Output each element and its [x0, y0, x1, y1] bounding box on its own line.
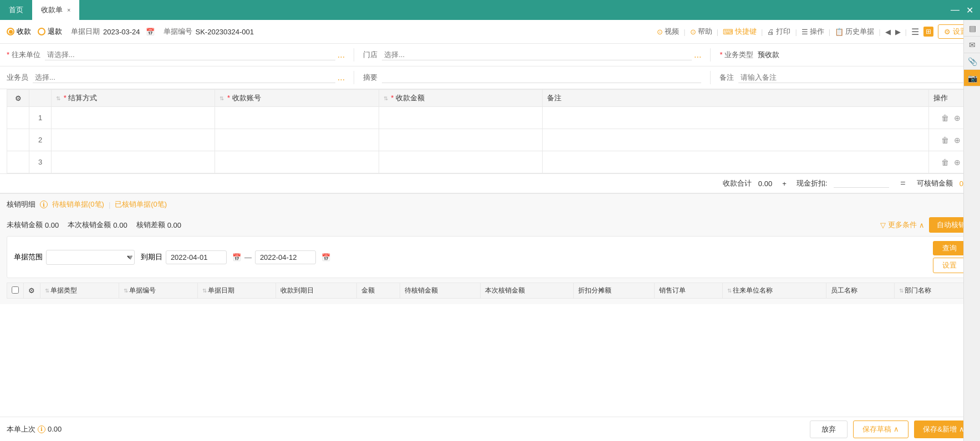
right-sidebar: ▤ ✉ 📎 📷 — [963, 20, 980, 441]
row3-delete-icon[interactable]: 🗑 — [941, 158, 949, 167]
row1-account[interactable] — [215, 107, 379, 129]
save-new-label: 保存&新增 — [923, 424, 957, 434]
salesperson-group: 业务员 ... — [7, 72, 345, 83]
row3-copy-icon[interactable]: ⊕ — [954, 158, 961, 167]
layout-grid-icon[interactable]: ⊞ — [923, 27, 933, 37]
bottom-settings-icon[interactable]: ⚙ — [28, 286, 35, 295]
print-icon: 🖨 — [767, 28, 774, 36]
row3-account[interactable] — [215, 151, 379, 173]
sidebar-icon-camera[interactable]: 📷 — [964, 70, 980, 86]
prev-value: 0.00 — [48, 425, 62, 433]
settings-gear-icon: ⚙ — [944, 28, 951, 36]
save-draft-button[interactable]: 保存草稿 ∧ — [853, 421, 908, 438]
prev-icon[interactable]: ◀ — [885, 28, 891, 36]
operation-tool[interactable]: ☰ 操作 — [802, 27, 824, 37]
form-fields-row2: 业务员 ... 摘要 备注 — [0, 66, 980, 89]
row1-remarks[interactable] — [542, 107, 928, 129]
close-window-icon[interactable]: ✕ — [964, 3, 976, 18]
col-settings-bottom[interactable]: ⚙ — [24, 283, 40, 299]
radio-group: 收款 退款 — [7, 27, 62, 37]
row1-delete-icon[interactable]: 🗑 — [941, 114, 949, 122]
row1-copy-icon[interactable]: ⊕ — [954, 114, 961, 122]
to-date-input[interactable] — [255, 250, 316, 264]
cash-discount-input[interactable] — [834, 179, 889, 188]
video-label: 视频 — [665, 27, 679, 37]
row3-remarks[interactable] — [542, 151, 928, 173]
business-type-value: 预收款 — [758, 50, 967, 60]
help-tool[interactable]: ⊙ 帮助 — [690, 27, 712, 37]
remarks-label: 备注 — [719, 73, 734, 83]
store-more-icon[interactable]: ... — [694, 50, 701, 59]
query-button[interactable]: 查询 — [933, 241, 966, 255]
calendar-icon-to[interactable]: 📅 — [321, 253, 330, 261]
video-tool[interactable]: ⊙ 视频 — [657, 27, 679, 37]
row2-remarks[interactable] — [542, 129, 928, 151]
footer-info-icon[interactable]: ℹ — [38, 425, 45, 433]
filter-icon: ▽ — [880, 221, 886, 229]
table-settings-icon[interactable]: ⚙ — [15, 94, 22, 102]
range-select[interactable] — [46, 250, 135, 265]
row2-settlement[interactable] — [52, 129, 215, 151]
abandon-button[interactable]: 放弃 — [810, 421, 848, 438]
row2-delete-icon[interactable]: 🗑 — [941, 136, 949, 145]
shortcut-tool[interactable]: ⌨ 快捷键 — [723, 27, 757, 37]
cash-discount-label: 现金折扣: — [797, 178, 828, 188]
pending-tab[interactable]: 待核销单据(0笔) — [52, 199, 104, 209]
operation-label: 操作 — [810, 27, 824, 37]
close-tab-icon[interactable]: × — [67, 7, 70, 13]
current-verify-amount: 本次核销金额 0.00 — [68, 220, 127, 230]
row2-account[interactable] — [215, 129, 379, 151]
sidebar-icon-mail[interactable]: ✉ — [964, 37, 980, 53]
top-nav: 首页 收款单 × — ✕ — [0, 0, 980, 20]
collect-total-label: 收款合计 — [723, 178, 752, 188]
section-title-text: 核销明细 — [7, 199, 35, 209]
completed-tab[interactable]: 已核销单据(0笔) — [115, 199, 167, 209]
row2-amount[interactable] — [379, 129, 542, 151]
sidebar-icon-attachment[interactable]: 📎 — [964, 53, 980, 70]
print-tool[interactable]: 🖨 打印 — [767, 27, 790, 37]
col-employee: 员工名称 — [826, 283, 895, 299]
row3-settlement[interactable] — [52, 151, 215, 173]
salesperson-label: 业务员 — [7, 73, 28, 83]
row1-amount[interactable] — [379, 107, 542, 129]
verification-section: 核销明细 ℹ 待核销单据(0笔) | 已核销单据(0笔) 未核销金额 0.00 … — [0, 193, 980, 304]
radio-collection[interactable]: 收款 — [7, 27, 31, 37]
separator1 — [354, 48, 354, 61]
history-tool[interactable]: 📋 历史单据 — [835, 27, 874, 37]
header-row1: 收款 退款 单据日期 2023-03-24 📅 单据编号 SK-20230324… — [7, 24, 973, 39]
active-tab[interactable]: 收款单 × — [32, 0, 79, 20]
col-checkbox[interactable] — [7, 283, 24, 299]
date-calendar-icon[interactable]: 📅 — [146, 28, 155, 36]
section-info-icon[interactable]: ℹ — [40, 201, 48, 208]
select-all-checkbox[interactable] — [12, 286, 19, 294]
date-value[interactable]: 2023-03-24 — [103, 28, 140, 36]
calendar-icon-from[interactable]: 📅 — [232, 253, 241, 261]
layout-list-icon[interactable]: ☰ — [911, 27, 919, 37]
next-icon[interactable]: ▶ — [895, 28, 901, 36]
source-unit-input[interactable] — [45, 49, 335, 60]
filter-actions: 查询 设置 — [933, 241, 966, 273]
col-amount: 金额 — [357, 283, 400, 299]
summary-input[interactable] — [382, 72, 701, 83]
store-input[interactable] — [382, 49, 692, 60]
salesperson-input[interactable] — [33, 72, 335, 83]
minimize-icon[interactable]: — — [948, 3, 962, 17]
verify-diff-label: 核销差额 — [136, 220, 165, 230]
table-settings-header[interactable]: ⚙ — [7, 90, 29, 107]
more-filter-btn[interactable]: ▽ 更多条件 ∧ — [880, 220, 925, 230]
from-date-input[interactable] — [166, 250, 227, 264]
salesperson-more-icon[interactable]: ... — [338, 73, 345, 82]
filter-settings-button[interactable]: 设置 — [933, 258, 966, 273]
row2-copy-icon[interactable]: ⊕ — [954, 136, 961, 145]
radio-refund[interactable]: 退款 — [38, 27, 62, 37]
remarks-input[interactable] — [738, 72, 973, 83]
history-label: 历史单据 — [845, 27, 874, 37]
current-verify-value: 0.00 — [113, 221, 127, 229]
row3-amount[interactable] — [379, 151, 542, 173]
source-unit-more-icon[interactable]: ... — [338, 50, 345, 59]
sidebar-icon-table[interactable]: ▤ — [964, 20, 980, 37]
home-tab[interactable]: 首页 — [0, 0, 32, 20]
shortcut-label: 快捷键 — [735, 27, 757, 37]
footer-info: 本单上次 ℹ 0.00 — [7, 424, 62, 434]
row1-settlement[interactable] — [52, 107, 215, 129]
